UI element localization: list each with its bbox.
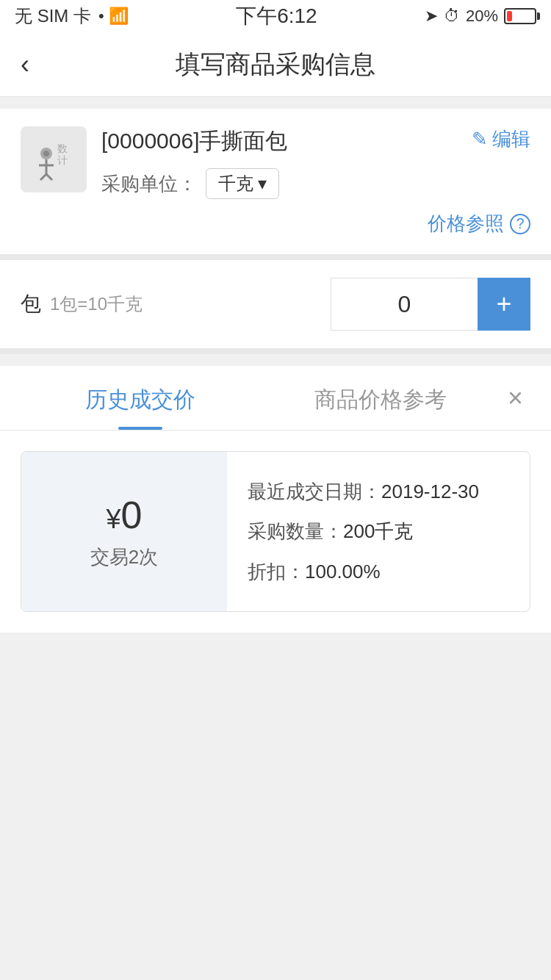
recent-date-value: 2019-12-30 xyxy=(381,480,479,502)
quantity-input[interactable] xyxy=(331,278,478,331)
section-divider xyxy=(0,254,551,260)
price-card: ¥0 交易2次 最近成交日期：2019-12-30 采购数量：200千克 折扣：… xyxy=(21,451,530,612)
section-divider-2 xyxy=(0,348,551,354)
purchase-quantity-value: 200千克 xyxy=(343,520,413,542)
price-amount: 0 xyxy=(121,494,143,536)
edit-label: 编辑 xyxy=(492,126,530,152)
help-icon: ? xyxy=(510,214,530,234)
unit-value: 千克 xyxy=(218,172,253,195)
discount-label: 折扣： xyxy=(248,561,305,583)
product-thumbnail-icon: 数 计 xyxy=(32,137,76,181)
status-right: ➤ ⏱ 20% xyxy=(425,7,536,26)
page-title: 填写商品采购信息 xyxy=(176,48,375,82)
unit-badge: 包 xyxy=(21,290,41,318)
currency-symbol: ¥ xyxy=(107,504,121,534)
product-name: [0000006]手撕面包 xyxy=(101,126,287,156)
quantity-plus-button[interactable]: + xyxy=(478,278,530,331)
carrier-text: 无 SIM 卡 xyxy=(15,4,91,28)
price-reference-button[interactable]: 价格参照 ? xyxy=(428,211,530,237)
price-display: ¥0 xyxy=(107,493,143,537)
svg-text:数: 数 xyxy=(57,143,68,154)
status-left: 无 SIM 卡 • 📶 xyxy=(15,4,129,28)
svg-line-4 xyxy=(40,174,46,180)
recent-date-label: 最近成交日期： xyxy=(248,480,381,502)
price-info-section: ¥0 交易2次 最近成交日期：2019-12-30 采购数量：200千克 折扣：… xyxy=(0,430,551,633)
battery-icon xyxy=(504,8,536,24)
edit-button[interactable]: ✎ 编辑 xyxy=(472,126,530,152)
discount-value: 100.00% xyxy=(305,561,381,583)
quantity-unit-info: 包 1包=10千克 xyxy=(21,290,143,318)
quantity-control: + xyxy=(331,278,530,331)
price-ref-label: 价格参照 xyxy=(428,211,504,237)
tabs-close-button[interactable]: × xyxy=(500,375,530,421)
location-icon: ➤ xyxy=(425,7,438,26)
product-footer: 价格参照 ? xyxy=(21,211,530,237)
tab-history-price-label: 历史成交价 xyxy=(85,387,195,411)
battery-percent: 20% xyxy=(466,7,498,26)
tab-history-price[interactable]: 历史成交价 xyxy=(21,366,260,430)
price-card-left: ¥0 交易2次 xyxy=(21,452,227,611)
discount-row: 折扣：100.00% xyxy=(248,558,509,585)
product-left: 数 计 [0000006]手撕面包 采购单位： 千克 ▾ xyxy=(21,126,287,199)
transaction-count: 交易2次 xyxy=(90,544,158,570)
svg-text:计: 计 xyxy=(57,154,68,166)
status-bar: 无 SIM 卡 • 📶 下午6:12 ➤ ⏱ 20% xyxy=(0,0,551,32)
quantity-row: 包 1包=10千克 + xyxy=(0,260,551,348)
purchase-quantity-label: 采购数量： xyxy=(248,520,343,542)
nav-bar: ‹ 填写商品采购信息 xyxy=(0,32,551,97)
price-card-right: 最近成交日期：2019-12-30 采购数量：200千克 折扣：100.00% xyxy=(227,452,530,611)
unit-hint: 1包=10千克 xyxy=(50,292,143,316)
main-content-area xyxy=(0,633,551,980)
svg-line-5 xyxy=(46,174,52,180)
alarm-icon: ⏱ xyxy=(444,7,460,26)
dropdown-arrow-icon: ▾ xyxy=(258,173,267,194)
wifi-icon: • 📶 xyxy=(98,7,129,26)
product-card: 数 计 [0000006]手撕面包 采购单位： 千克 ▾ ✎ 编辑 xyxy=(0,109,551,254)
unit-select-dropdown[interactable]: 千克 ▾ xyxy=(206,168,279,199)
tab-product-price-label: 商品价格参考 xyxy=(314,387,447,411)
recent-date-row: 最近成交日期：2019-12-30 xyxy=(248,478,509,505)
status-time: 下午6:12 xyxy=(236,2,317,30)
tabs-bar: 历史成交价 商品价格参考 × xyxy=(0,366,551,430)
purchase-quantity-row: 采购数量：200千克 xyxy=(248,518,509,544)
product-image: 数 计 xyxy=(21,126,87,192)
product-header: 数 计 [0000006]手撕面包 采购单位： 千克 ▾ ✎ 编辑 xyxy=(21,126,530,199)
back-button[interactable]: ‹ xyxy=(21,49,29,80)
tab-product-price-reference[interactable]: 商品价格参考 xyxy=(260,366,500,430)
svg-point-1 xyxy=(43,151,49,156)
product-unit-row: 采购单位： 千克 ▾ xyxy=(101,168,287,199)
unit-label: 采购单位： xyxy=(101,171,197,197)
edit-icon: ✎ xyxy=(472,128,488,151)
product-info: [0000006]手撕面包 采购单位： 千克 ▾ xyxy=(101,126,287,199)
